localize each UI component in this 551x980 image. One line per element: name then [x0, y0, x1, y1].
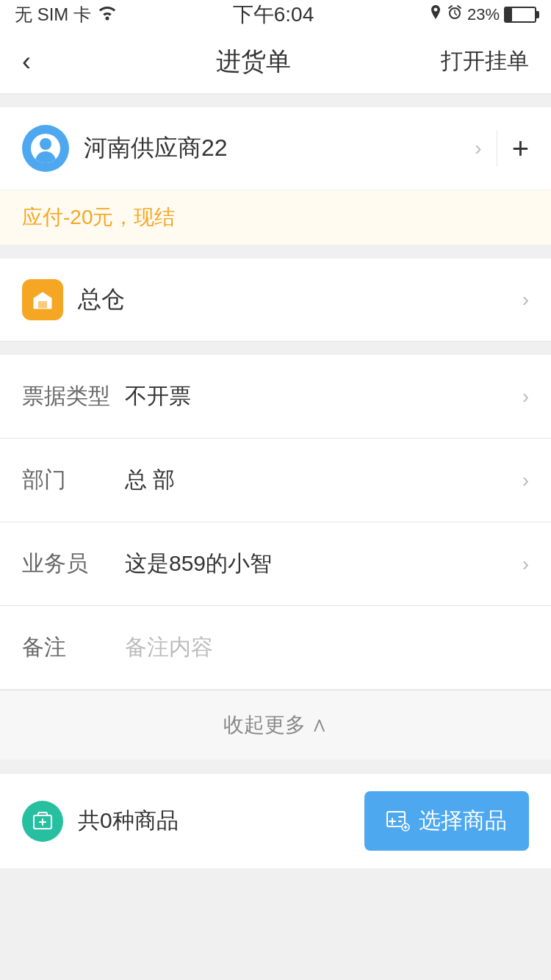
- form-section: 票据类型 不开票 › 部门 总 部 › 业务员 这是859的小智 › 备注 备注…: [0, 355, 551, 760]
- gap-1: [0, 94, 551, 107]
- sim-label: 无 SIM 卡: [15, 3, 91, 26]
- remark-row[interactable]: 备注 备注内容: [0, 606, 551, 690]
- remark-value[interactable]: 备注内容: [125, 633, 529, 663]
- warehouse-section: 总仓 ›: [0, 259, 551, 342]
- status-time: 下午6:04: [233, 1, 314, 29]
- invoice-chevron-icon: ›: [522, 385, 529, 408]
- supplier-avatar: [22, 125, 69, 172]
- avatar-inner: [31, 134, 60, 163]
- status-left: 无 SIM 卡: [15, 3, 118, 26]
- collapse-button[interactable]: 收起更多 ∧: [0, 690, 551, 760]
- select-product-button[interactable]: 选择商品: [364, 791, 529, 851]
- invoice-value: 不开票: [125, 381, 522, 411]
- open-pending-button[interactable]: 打开挂单: [441, 46, 529, 76]
- back-button[interactable]: ‹: [22, 46, 66, 77]
- status-bar: 无 SIM 卡 下午6:04: [0, 0, 551, 29]
- invoice-row[interactable]: 票据类型 不开票 ›: [0, 355, 551, 439]
- department-label: 部门: [22, 465, 125, 495]
- chevron-right-icon: ›: [475, 137, 481, 160]
- gap-3: [0, 342, 551, 355]
- svg-point-0: [106, 17, 109, 21]
- divider: [497, 130, 497, 167]
- supplier-actions: › +: [475, 130, 529, 167]
- remark-label: 备注: [22, 633, 125, 663]
- svg-rect-5: [387, 812, 405, 826]
- supplier-name: 河南供应商22: [84, 132, 475, 165]
- salesperson-row[interactable]: 业务员 这是859的小智 ›: [0, 522, 551, 606]
- product-count: 共0种商品: [78, 806, 364, 836]
- department-row[interactable]: 部门 总 部 ›: [0, 439, 551, 522]
- department-value: 总 部: [125, 465, 522, 495]
- gap-4: [0, 760, 551, 773]
- warehouse-row[interactable]: 总仓 ›: [0, 259, 551, 342]
- location-icon: [429, 4, 442, 25]
- wifi-icon: [97, 4, 118, 25]
- svg-rect-3: [38, 301, 47, 309]
- gap-2: [0, 245, 551, 259]
- salesperson-value: 这是859的小智: [125, 549, 522, 579]
- add-supplier-button[interactable]: +: [512, 132, 529, 165]
- invoice-label: 票据类型: [22, 381, 125, 411]
- battery-percent: 23%: [467, 5, 500, 24]
- bottom-section: 共0种商品 选择商品: [0, 773, 551, 868]
- department-chevron-icon: ›: [522, 469, 529, 492]
- payment-notice: 应付-20元，现结: [0, 190, 551, 245]
- warehouse-icon: [22, 279, 63, 320]
- battery-icon: [504, 7, 536, 23]
- salesperson-chevron-icon: ›: [522, 552, 529, 576]
- nav-bar: ‹ 进货单 打开挂单: [0, 29, 551, 94]
- warehouse-chevron-icon: ›: [522, 288, 529, 311]
- supplier-section: 河南供应商22 › + 应付-20元，现结: [0, 107, 551, 245]
- warehouse-name: 总仓: [78, 284, 522, 316]
- page-title: 进货单: [216, 45, 291, 79]
- status-right: 23%: [429, 4, 536, 25]
- supplier-row[interactable]: 河南供应商22 › +: [0, 107, 551, 190]
- select-product-label: 选择商品: [419, 806, 507, 836]
- alarm-icon: [447, 4, 463, 25]
- product-icon: [22, 801, 63, 842]
- salesperson-label: 业务员: [22, 549, 125, 579]
